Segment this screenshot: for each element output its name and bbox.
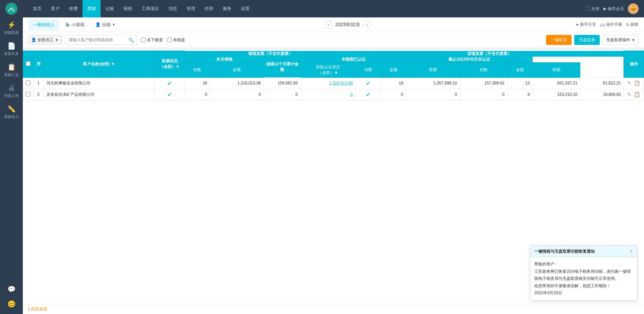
checkbox-taxpanel-input[interactable] (167, 38, 172, 42)
date-prev-btn[interactable]: ‹ (325, 21, 333, 29)
dropdown-icon: ▼ (632, 38, 635, 42)
tab-dropdown-icon: ▼ (112, 23, 115, 26)
row1-sales-tax: 158,081.83 (264, 77, 301, 89)
th-purchase-group: 进项发票（不含作废票） (356, 51, 624, 57)
th-fetch-status: 取票状态（全部）▼ (155, 51, 185, 78)
btn-yijian-quupiao[interactable]: 一键取票 (546, 35, 572, 45)
info-icon: ℹ (28, 307, 30, 312)
sidebar-item-scan[interactable]: 🖨 扫描上传 (0, 81, 23, 102)
employee-select-label: 👤 全部员工 ▼ (29, 35, 61, 45)
row1-seq: 1 (34, 77, 44, 89)
tax-policy-link[interactable]: ℹ 税务政策 (28, 306, 639, 312)
sidebar-user-icon[interactable]: 😊 (5, 298, 18, 310)
th-uncert-tax: 税额 (533, 62, 580, 77)
row1-view-icon[interactable]: 📋 (634, 80, 640, 86)
row2-cumulative[interactable]: 0 (301, 89, 356, 100)
date-next-btn[interactable]: › (363, 21, 371, 29)
row2-edit-icon[interactable]: ✎ (627, 91, 632, 97)
row2-view-icon[interactable]: 📋 (634, 91, 640, 97)
sidebar-chat-icon[interactable]: 💬 (5, 283, 18, 295)
th-period-tax: 税额 (406, 62, 460, 77)
row2-sales-amount: 0 (210, 89, 264, 100)
tab-action-refresh[interactable]: ↻ 刷新 (626, 22, 639, 27)
sidebar-item-invoice-open[interactable]: 📄 发票开具 (0, 39, 23, 60)
date-nav: ‹ 2023年02月 › (325, 21, 371, 29)
th-sales-group: 销项发票（不含作废票） (185, 51, 356, 57)
avatar-icon: 🐱 (630, 5, 637, 12)
sidebar-logo (0, 0, 23, 17)
nav-item-business2[interactable]: 经营 (200, 0, 218, 17)
row1-uncert-amount: 631,337.21 (533, 77, 580, 89)
nav-item-home[interactable]: 首页 (28, 0, 46, 17)
row1-checkbox[interactable] (23, 77, 34, 89)
checkbox-myaccount-input[interactable] (141, 38, 146, 42)
th-uncert-amount: 金额 (507, 62, 533, 77)
row1-fetch-status: ✔ (155, 77, 185, 89)
row1-edit-icon[interactable]: ✎ (627, 80, 632, 86)
nav-item-customer[interactable]: 客户 (46, 0, 64, 17)
select-all-checkbox[interactable] (26, 61, 31, 66)
notif-title: 一键报税与无盘取票功能恢复通知 (534, 249, 595, 254)
row1-cert-status: ✔ (356, 77, 381, 89)
row1-period-amount: 1,357,999.10 (406, 77, 460, 89)
row2-checkbox[interactable] (23, 89, 34, 100)
notif-header: 一键报税与无盘取票功能恢复通知 × (530, 246, 637, 257)
notif-text: 尊敬的用户： 江苏政务网已恢复访问电子税务局功能，易代账一键登陆电子税务局与无盘… (534, 261, 633, 297)
manual-icon: 📖 (600, 22, 605, 27)
nav-item-tax[interactable]: 报税 (119, 0, 137, 17)
nav-item-settings[interactable]: 设置 (236, 0, 254, 17)
th-customer-name: 客户名称(全部) ▼ (44, 51, 155, 78)
sidebar-item-entry[interactable]: ✏️ 票据录入 (0, 102, 23, 123)
nav-item-accounting[interactable]: 记账 (101, 0, 119, 17)
btn-wupan-qupiao[interactable]: 无盘取票 (574, 35, 600, 45)
th-cert-status: 获取认证状态（全部）▼ (301, 62, 356, 77)
nav-item-message[interactable]: 消息 (164, 0, 182, 17)
checkbox-taxpanel[interactable]: 有税盘 (167, 37, 185, 43)
sidebar-item-summary[interactable]: 📋 票据汇总 (0, 60, 23, 81)
page-footer: ℹ 税务政策 (23, 304, 644, 314)
sidebar-bottom: 💬 😊 (0, 283, 23, 314)
row2-sales-count: 0 (185, 89, 210, 100)
chevron-down-icon: ▼ (55, 38, 58, 42)
tab-bar: 一般纳税人 🏪 小规模 👤 全能 ▼ ‹ 2023年02月 › ✦ 新手引导 (23, 17, 644, 32)
nav-item-manage[interactable]: 管理 (182, 0, 200, 17)
search-input[interactable] (66, 38, 126, 42)
th-period-amount: 金额 (381, 62, 406, 77)
nav-fullscreen[interactable]: ⛶ 全屏 (586, 6, 599, 12)
tab-actions: ✦ 新手引导 📖 操作手册 ↻ 刷新 (576, 22, 639, 27)
nav-item-fee[interactable]: 收费 (64, 0, 83, 17)
row1-uncert-count: 12 (507, 77, 533, 89)
small-scale-icon: 🏪 (65, 22, 70, 27)
table-row: 2 灵寿县尚泽矿产品有限公司 ✔ 0 0 0 0 ✔ 0 0 0 6 153,2… (23, 89, 644, 100)
row1-uncert-tax: 81,822.21 (580, 77, 624, 89)
search-button[interactable]: 🔍 (126, 35, 137, 45)
nav-item-invoice[interactable]: 票据 (83, 0, 101, 17)
tab-action-manual[interactable]: 📖 操作手册 (600, 22, 622, 27)
tab-action-guide[interactable]: ✦ 新手引导 (576, 22, 596, 27)
row1-name: 河北柯摩梭实业有限公司 (44, 77, 155, 89)
row2-cert-status: ✔ (356, 89, 381, 100)
btn-operate-dropdown[interactable]: 无盘取票操作 ▼ (602, 35, 639, 45)
tab-small-scale[interactable]: 🏪 小规模 (61, 19, 89, 30)
person-icon: 👤 (31, 38, 36, 42)
nav-right: ⛶ 全屏 ▶ 畅享会员 🐱 (586, 3, 639, 14)
tab-general-taxpayer[interactable]: 一般纳税人 (28, 19, 59, 30)
summary-icon: 📋 (7, 63, 16, 71)
nav-item-business[interactable]: 工商项目 (137, 0, 164, 17)
row1-cumulative[interactable]: 1,216,013.99 (301, 77, 356, 89)
notif-close-button[interactable]: × (630, 248, 633, 254)
nav-avatar[interactable]: 🐱 (628, 3, 639, 14)
nav-member[interactable]: ▶ 畅享会员 (603, 6, 624, 12)
sidebar-item-smart-fetch[interactable]: ⚡ 智能取票 (0, 17, 23, 39)
th-period-certified: 本期期已认证 (301, 57, 406, 63)
th-uncert-count: 份数 (460, 62, 507, 77)
sidebar: ⚡ 智能取票 📄 发票开具 📋 票据汇总 🖨 扫描上传 ✏️ 票据录入 💬 😊 (0, 0, 23, 314)
tab-full[interactable]: 👤 全能 ▼ (91, 19, 120, 30)
row2-name: 灵寿县尚泽矿产品有限公司 (44, 89, 155, 100)
checkbox-myaccount[interactable]: 名下账套 (141, 37, 163, 43)
nav-item-service[interactable]: 服务 (218, 0, 236, 17)
employee-select[interactable]: 👤 全部员工 ▼ (28, 35, 62, 45)
th-sales-count: 份数 (185, 62, 210, 77)
member-icon: ▶ (603, 6, 606, 11)
th-sales-month: 本月销项 (185, 57, 264, 63)
